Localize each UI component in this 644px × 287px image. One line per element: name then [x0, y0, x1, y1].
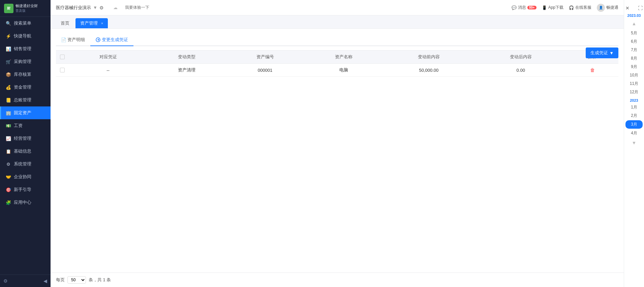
topbar-dropdown-icon[interactable]: ▼ — [93, 5, 97, 10]
guide-icon: 🎯 — [6, 187, 11, 192]
generate-voucher-label: 生成凭证 — [590, 50, 608, 56]
app-download-label: App下载 — [548, 5, 563, 10]
delete-icon[interactable]: 🗑 — [590, 67, 595, 73]
pagination-bar: 每页 50 10 20 100 条，共 1 条 — [51, 273, 624, 287]
fixed-assets-icon: 🏢 — [6, 110, 11, 116]
sidebar-item-enterprise[interactable]: 🤝 企业协同 — [0, 170, 51, 183]
ledger-icon: 📒 — [6, 97, 11, 103]
logo-sub: 普及版 — [16, 8, 38, 13]
expand-panel-icon[interactable]: ⛶ — [638, 5, 643, 11]
month-5[interactable]: 5月 — [624, 29, 644, 37]
sidebar-item-operations[interactable]: 📈 经营管理 — [0, 132, 51, 145]
month-9[interactable]: 9月 — [624, 63, 644, 71]
user-name: 畅捷通 — [606, 5, 618, 10]
month-7[interactable]: 7月 — [624, 46, 644, 54]
row-action: 🗑 — [567, 64, 618, 77]
th-asset-code: 资产编号 — [226, 51, 304, 64]
experience-label[interactable]: 我要体验一下 — [125, 5, 149, 10]
message-action[interactable]: 💬 消息 99+ — [512, 5, 536, 10]
row-asset-code[interactable]: 000001 — [226, 64, 304, 77]
topbar: 医疗器械行业演示 ▼ ⚙ ☁ 我要体验一下 💬 消息 99+ 📱 App下载 🎧… — [51, 0, 624, 15]
sidebar-item-system[interactable]: ⚙ 系统管理 — [0, 158, 51, 170]
sidebar-item-quick-nav-label: 快捷导航 — [14, 33, 31, 39]
month-11[interactable]: 11月 — [624, 79, 644, 88]
online-service-action[interactable]: 🎧 在线客服 — [569, 5, 591, 10]
th-asset-name: 资产名称 — [304, 51, 383, 64]
per-page-select[interactable]: 50 10 20 100 — [67, 276, 86, 284]
inner-tab-asset-detail[interactable]: 📄 资产明细 — [56, 34, 90, 46]
company-name: 医疗器械行业演示 — [56, 5, 91, 11]
month-3-current[interactable]: 3月 — [625, 120, 643, 129]
sidebar-item-purchase[interactable]: 🛒 采购管理 — [0, 55, 51, 68]
inner-tab-change-voucher[interactable]: 变更生成凭证 — [90, 34, 133, 46]
sidebar-item-fixed-assets[interactable]: 🏢 固定资产 — [0, 106, 51, 119]
sidebar-item-app-center[interactable]: 🧩 应用中心 — [0, 196, 51, 209]
sidebar-item-payroll[interactable]: 💵 工资 — [0, 119, 51, 132]
sidebar-item-search-label: 搜索菜单 — [14, 20, 31, 26]
current-period-label: 2023.03 — [627, 13, 641, 20]
sidebar-item-search[interactable]: 🔍 搜索菜单 — [0, 17, 51, 30]
sidebar-item-ledger-label: 总账管理 — [14, 97, 31, 103]
sidebar-logo: 财 畅捷通好业财 普及版 — [0, 0, 51, 17]
collapse-icon[interactable]: ◀ — [43, 278, 47, 284]
topbar-title-area: 医疗器械行业演示 ▼ ⚙ ☁ 我要体验一下 — [56, 5, 512, 11]
close-panel-icon[interactable]: ✕ — [625, 5, 630, 11]
month-10[interactable]: 10月 — [624, 71, 644, 79]
month-6[interactable]: 6月 — [624, 37, 644, 46]
message-icon: 💬 — [512, 5, 517, 10]
sidebar-item-ledger[interactable]: 📒 总账管理 — [0, 94, 51, 106]
sidebar-item-payroll-label: 工资 — [14, 123, 23, 129]
sidebar-item-funds[interactable]: 💰 资金管理 — [0, 81, 51, 94]
sidebar-item-base-info[interactable]: 📋 基础信息 — [0, 145, 51, 158]
scroll-down-icon[interactable]: ▼ — [631, 139, 638, 147]
month-8[interactable]: 8月 — [624, 54, 644, 63]
month-1[interactable]: 1月 — [624, 103, 644, 111]
mobile-icon: 📱 — [542, 5, 547, 10]
month-12[interactable]: 12月 — [624, 88, 644, 96]
year-month-list: 5月 6月 7月 8月 9月 10月 11月 12月 2023 1月 2月 3月… — [624, 28, 644, 139]
sidebar-item-inventory[interactable]: 📦 库存核算 — [0, 68, 51, 81]
per-page-label: 每页 — [56, 277, 65, 283]
scroll-up-icon[interactable]: ▲ — [631, 20, 638, 28]
settings-footer-icon[interactable]: ⚙ — [3, 278, 8, 284]
search-icon: 🔍 — [6, 21, 11, 26]
content-area: 📄 资产明细 变更生成凭证 生成凭证 ▼ — [51, 29, 624, 273]
total-count-label: 条，共 1 条 — [89, 277, 111, 283]
sidebar-item-base-info-label: 基础信息 — [14, 148, 31, 154]
asset-detail-icon: 📄 — [61, 37, 66, 42]
sidebar-item-inventory-label: 库存核算 — [14, 71, 31, 77]
month-2[interactable]: 2月 — [624, 111, 644, 120]
app-download-action[interactable]: 📱 App下载 — [542, 5, 563, 10]
sidebar-item-app-center-label: 应用中心 — [14, 199, 31, 205]
sidebar-item-sales[interactable]: 📊 销售管理 — [0, 42, 51, 55]
message-badge: 99+ — [527, 6, 536, 9]
change-voucher-icon — [96, 37, 100, 42]
generate-voucher-button[interactable]: 生成凭证 ▼ — [586, 47, 618, 58]
year-2023-label: 2023 — [624, 96, 644, 103]
sidebar-item-quick-nav[interactable]: ⚡ 快捷导航 — [0, 30, 51, 42]
tab-close-icon[interactable]: × — [101, 21, 103, 25]
sidebar-item-purchase-label: 采购管理 — [14, 59, 31, 65]
sidebar: 财 畅捷通好业财 普及版 🔍 搜索菜单 ⚡ 快捷导航 📊 销售管理 🛒 采购管理… — [0, 0, 51, 287]
right-panel: ✕ ⛶ 2023.03 ▲ 5月 6月 7月 8月 9月 10月 11月 12月… — [624, 0, 644, 287]
operations-icon: 📈 — [6, 136, 11, 141]
payroll-icon: 💵 — [6, 123, 11, 128]
month-4[interactable]: 4月 — [624, 129, 644, 137]
topbar-right: 💬 消息 99+ 📱 App下载 🎧 在线客服 👤 畅捷通 — [512, 4, 618, 12]
service-icon: 🎧 — [569, 5, 574, 10]
row-after-change: 0.00 — [475, 64, 567, 77]
topbar-settings-icon[interactable]: ⚙ — [99, 5, 104, 10]
row-before-change: 50,000.00 — [383, 64, 475, 77]
generate-btn-area: 生成凭证 ▼ — [586, 47, 618, 58]
month-navigator: ▲ 5月 6月 7月 8月 9月 10月 11月 12月 2023 1月 2月 … — [624, 20, 644, 287]
th-after-change: 变动后内容 — [475, 51, 567, 64]
user-area[interactable]: 👤 畅捷通 — [597, 4, 618, 12]
sidebar-item-guide[interactable]: 🎯 新手引导 — [0, 183, 51, 196]
select-all-checkbox[interactable] — [60, 55, 65, 59]
tab-home[interactable]: 首页 — [56, 18, 74, 28]
row-checkbox[interactable] — [60, 68, 65, 72]
tab-asset-management[interactable]: 资产管理 × — [75, 18, 108, 28]
row-asset-name: 电脑 — [304, 64, 383, 77]
quick-nav-icon: ⚡ — [6, 33, 11, 39]
table-header-row: 对应凭证 变动类型 资产编号 资产名称 变动前内容 变动后内容 操作 — [56, 51, 618, 64]
